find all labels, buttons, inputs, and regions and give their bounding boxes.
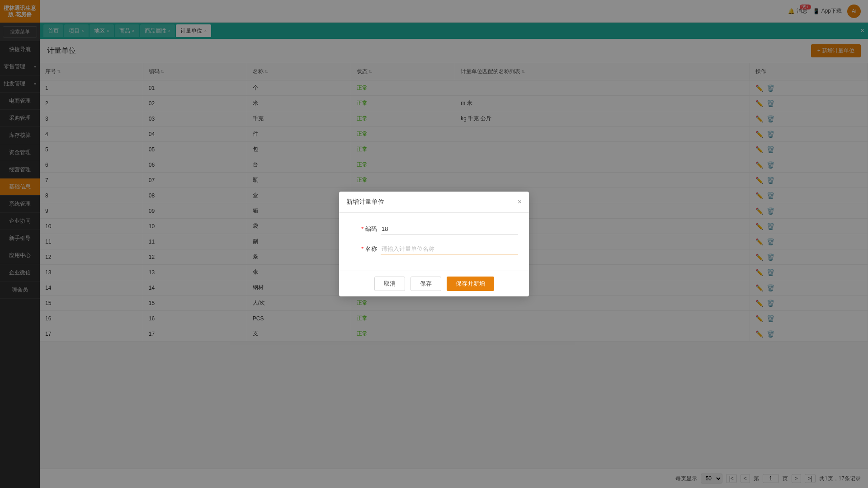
modal-footer: 取消 保存 保存并新增: [339, 271, 529, 296]
modal-title: 新增计量单位: [346, 198, 384, 206]
name-label: 名称: [350, 245, 377, 253]
cancel-button[interactable]: 取消: [374, 277, 405, 291]
modal-body: 编码 名称: [339, 213, 529, 271]
save-button[interactable]: 保存: [410, 277, 441, 291]
code-input[interactable]: [381, 224, 518, 235]
add-unit-modal: 新增计量单位 × 编码 名称 取消 保存 保存并新增: [339, 192, 529, 296]
modal-close-button[interactable]: ×: [518, 198, 522, 206]
modal-overlay: 新增计量单位 × 编码 名称 取消 保存 保存并新增: [0, 0, 868, 488]
save-and-new-button[interactable]: 保存并新增: [447, 277, 494, 291]
form-row-code: 编码: [350, 224, 518, 235]
modal-header: 新增计量单位 ×: [339, 192, 529, 213]
form-row-name: 名称: [350, 244, 518, 254]
name-input[interactable]: [381, 244, 518, 254]
code-label: 编码: [350, 225, 377, 233]
